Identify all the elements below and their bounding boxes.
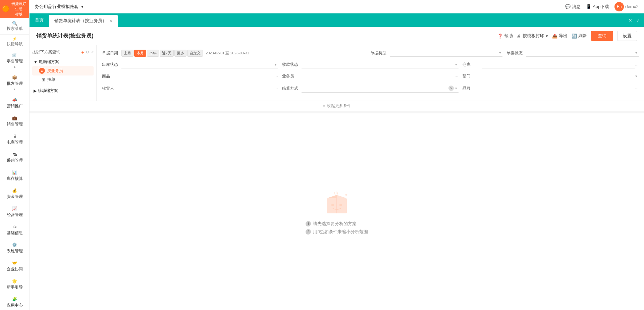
page-header-actions: ❓ 帮助 🖨 按模板打印 ▾ 📤 导出 🔄 刷新 查询 设置 [497,31,637,45]
doc-type-select[interactable]: ▾ [390,49,502,57]
user-avatar: Ea [614,2,624,11]
warehouse-input[interactable] [482,61,635,68]
desktop-section-title[interactable]: ▼ 电脑端方案 [32,58,94,66]
empty-tip-2: 2 用[过滤]条件来缩小分析范围 [306,229,368,235]
print-icon: 🖨 [517,34,521,39]
collapse-scheme-btn[interactable]: « [91,50,94,55]
main-content: 办公用品行业模拟账套 ▾ 💬 消息 📱 App下载 Ea demo2 首页 销货… [30,0,644,310]
svg-marker-1 [327,195,337,198]
receipt-status-field: 收款状态 ▾ [282,61,458,68]
add-scheme-btn[interactable]: + [81,50,84,55]
quick-nav-btn[interactable]: ⚡ 快捷导航 [0,35,29,49]
date-btn-this-month[interactable]: 本月 [134,50,146,57]
search-menu-btn[interactable]: 🔍 搜索菜单 [0,18,29,35]
settle-method-clear-btn[interactable]: ✕ [448,86,454,91]
product-input[interactable] [121,72,274,80]
tree-item-salesperson[interactable]: ● 按业务员 [32,66,94,75]
enterprise-icon: 🤝 [12,261,17,265]
mobile-section-title[interactable]: ▶ 移动端方案 [32,87,94,95]
tip-num-2: 2 [306,229,311,235]
out-status-select[interactable]: ▾ [121,61,278,68]
user-name: demo2 [625,4,639,9]
brand-input[interactable] [482,85,635,92]
sidebar-item-newbie[interactable]: 🌟 新手引导 [0,275,29,294]
salesperson-input[interactable] [302,72,454,80]
message-btn[interactable]: 💬 消息 [565,4,581,10]
sidebar-item-marketing[interactable]: 📣 营销推广 [0,94,29,112]
warehouse-dots[interactable]: ··· [635,62,639,67]
product-dots[interactable]: ··· [274,74,278,79]
message-label: 消息 [572,4,581,10]
tip-text-2: 用[过滤]条件来缩小分析范围 [313,229,368,235]
receipt-status-label: 收款状态 [282,62,299,67]
date-btn-custom[interactable]: 自定义 [187,50,203,57]
page-header: 销货单统计表(按业务员) ❓ 帮助 🖨 按模板打印 ▾ 📤 导出 🔄 刷新 [30,27,644,45]
brand-dots[interactable]: ··· [635,86,639,91]
tab-close-btn[interactable]: ✕ [109,19,112,23]
app-title: 办公用品行业模拟账套 [35,4,78,10]
finance-icon: 💰 [12,188,17,193]
tab-expand-icon[interactable]: ⤢ [636,18,640,23]
export-btn[interactable]: 📤 导出 [552,33,568,39]
tree-item-order[interactable]: ⊞ 按单 [32,75,94,84]
order-item-label: 按单 [47,77,55,83]
receiver-input[interactable] [121,85,274,92]
print-btn[interactable]: 🖨 按模板打印 ▾ [517,33,548,39]
out-status-dropdown-icon: ▾ [275,62,277,67]
date-btn-more[interactable]: 更多 [174,50,186,57]
date-btns: 上月 本月 本年 近7天 更多 自定义 [121,50,203,57]
doc-status-dropdown-icon: ▾ [635,51,637,55]
sidebar-item-finance[interactable]: 💰 资金管理 [0,185,29,203]
svg-point-5 [339,204,342,206]
receiver-dots[interactable]: ··· [274,86,278,91]
salesperson-dots[interactable]: ··· [454,74,459,79]
sidebar-item-retail[interactable]: 🛒 零售管理 ▲ [0,49,29,72]
sales-label: 销售管理 [7,121,23,127]
sidebar-item-enterprise[interactable]: 🤝 企业协同 [0,257,29,275]
date-btn-7days[interactable]: 近7天 [160,50,174,57]
marketing-icon: 📣 [12,98,17,102]
out-status-label: 出库状态 [102,62,119,67]
left-panel-title: 按以下方案查询 [32,49,60,55]
help-btn[interactable]: ❓ 帮助 [497,33,513,39]
tip-text-1: 请先选择要分析的方案 [313,221,357,227]
date-btn-last-month[interactable]: 上月 [121,50,133,57]
date-btn-this-year[interactable]: 本年 [147,50,159,57]
date-range-text: 2023-03-01 至 2023-03-31 [206,51,249,56]
user-area[interactable]: Ea demo2 [614,2,639,11]
sidebar-item-operation[interactable]: 📈 经营管理 [0,203,29,221]
collapse-bar[interactable]: ∧ 收起更多条件 [30,101,644,111]
sidebar-item-wholesale[interactable]: 📦 批发管理 ▲ [0,72,29,94]
filter-row-4: 收货人 ··· 结算方式 ✕ ▾ 品牌 ··· [102,84,639,93]
out-status-field: 出库状态 ▾ [102,61,278,68]
receipt-status-select[interactable]: ▾ [302,61,458,68]
department-select[interactable]: ▾ [482,73,639,80]
salesperson-field: 业务员 ··· [282,72,458,80]
sidebar-item-purchase[interactable]: 🛍 采购管理 [0,149,29,167]
sidebar-item-sales[interactable]: 💼 销售管理 [0,112,29,131]
tab-close-all-icon[interactable]: ✕ [629,18,632,23]
system-icon: ⚙️ [12,243,17,247]
sidebar-item-inventory[interactable]: 📊 库存核算 [0,167,29,185]
filter-row-3: 商品 ··· 业务员 ··· 部门 ▾ [102,72,639,80]
title-dropdown-icon[interactable]: ▾ [81,4,84,9]
search-menu-label: 搜索菜单 [2,26,27,32]
settle-method-select[interactable]: ✕ ▾ [302,84,458,93]
tab-sales-stat[interactable]: 销货单统计表（按业务员） ✕ [49,15,118,27]
sidebar-item-system[interactable]: ⚙️ 系统管理 [0,239,29,257]
newbie-label: 新手引导 [7,285,23,290]
empty-illustration: ✦ [320,187,354,217]
sidebar-item-appstore[interactable]: 🧩 应用中心 [0,294,29,310]
wholesale-icon: 📦 [12,75,17,80]
query-btn[interactable]: 查询 [591,31,613,41]
tab-home[interactable]: 首页 [30,13,49,27]
doc-status-select[interactable]: ▾ [526,49,639,57]
app-download-btn[interactable]: 📱 App下载 [586,4,609,10]
sidebar-item-ecommerce[interactable]: 🖥 电商管理 [0,131,29,149]
sidebar-item-basic[interactable]: 🗂 基础信息 [0,221,29,239]
settings-btn[interactable]: 设置 [617,31,637,41]
date-filter-field: 单据日期 上月 本月 本年 近7天 更多 自定义 2023-03-01 至 20… [102,50,366,57]
refresh-btn[interactable]: 🔄 刷新 [572,33,587,39]
settle-method-label: 结算方式 [282,86,299,91]
edit-scheme-btn[interactable]: ⊙ [86,50,89,55]
